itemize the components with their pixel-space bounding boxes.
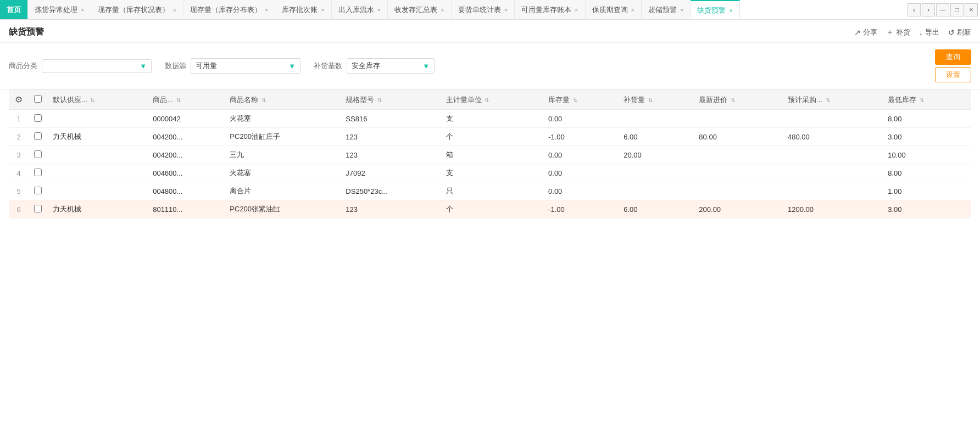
th-min-stock-sort-icon[interactable]: ⇅ [920,97,924,103]
tab-abnormal[interactable]: 拣货异常处理× [28,0,91,19]
filter-group-replenish: 补货基数 安全库存 ▼ [314,58,435,74]
row-checkbox-1[interactable] [34,114,42,122]
row-min-stock-3: 10.00 [882,146,971,164]
row-checkbox-4[interactable] [34,169,42,176]
tab-close-abnormal[interactable]: × [81,7,84,13]
tab-available[interactable]: 可用量库存账本× [515,0,585,19]
tab-close-shortage[interactable]: × [729,7,732,14]
tab-close-demand[interactable]: × [504,7,508,13]
select-all-checkbox[interactable] [34,95,42,103]
row-unit-5: 只 [441,182,543,200]
th-unit-sort-icon[interactable]: ⇅ [485,97,489,103]
row-product-code-1: 0000042 [147,110,224,128]
tab-close-inout[interactable]: × [377,7,381,13]
th-unit: 主计量单位 ⇅ [441,90,543,110]
tab-stock-dist[interactable]: 现存量（库存分布表）× [183,0,275,19]
tab-shortage[interactable]: 缺货预警× [691,0,739,19]
filter-area: 商品分类 ▼ 数据源 可用量 ▼ 补货基数 安全库存 ▼ 查询 设置 [0,43,980,89]
tab-label-inout: 出入库流水 [338,5,374,15]
row-replenish-6: 6.00 [618,200,693,218]
row-checkbox-6[interactable] [34,205,42,212]
tab-close-expiry[interactable]: × [631,7,634,13]
th-spec-sort-icon[interactable]: ⇅ [377,97,382,103]
tab-close-receive[interactable]: × [441,7,444,13]
data-table: ⚙ 默认供应... ⇅ 商品... ⇅ 商品名称 ⇅ [9,89,971,218]
row-stock-6: -1.00 [543,200,618,218]
th-checkbox [29,90,47,110]
tab-minimize[interactable]: ─ [936,3,949,16]
tab-receive[interactable]: 收发存汇总表× [388,0,451,19]
table-row: 1 0000042 火花塞 SS816 支 0.00 8.00 [9,110,971,128]
th-est-purchase-label: 预计采购... [788,96,822,104]
table-body: 1 0000042 火花塞 SS816 支 0.00 8.00 2 力天机械 0… [9,110,971,218]
tab-close-overstock[interactable]: × [680,7,683,13]
tab-bar: 首页拣货异常处理×现存量（库存状况表）×现存量（库存分布表）×库存批次账×出入库… [0,0,980,20]
row-latest-price-1 [693,110,782,128]
category-select[interactable]: ▼ [42,59,152,73]
export-icon: ↓ [919,28,923,37]
row-num-2: 2 [9,128,29,146]
tab-close-batch[interactable]: × [321,7,324,13]
th-product-code-label: 商品... [153,96,173,104]
export-action[interactable]: ↓ 导出 [919,27,939,37]
th-latest-price: 最新进价 ⇅ [693,90,782,110]
th-supplier-label: 默认供应... [53,96,87,104]
row-num-4: 4 [9,164,29,182]
tab-close-stock-dist[interactable]: × [265,7,268,13]
th-product-name-label: 商品名称 [230,96,258,104]
tab-scroll-left[interactable]: ‹ [907,3,921,16]
th-min-stock-label: 最低库存 [888,96,916,104]
row-checkbox-5[interactable] [34,187,42,194]
table-container: ⚙ 默认供应... ⇅ 商品... ⇅ 商品名称 ⇅ [0,89,980,218]
th-product-name-sort-icon[interactable]: ⇅ [261,97,266,103]
tab-maximize[interactable]: □ [950,3,964,16]
row-latest-price-2: 80.00 [693,128,782,146]
share-label: 分享 [863,27,877,37]
share-action[interactable]: ↗ 分享 [854,27,877,37]
th-stock-label: 库存量 [548,96,570,104]
row-checkbox-2[interactable] [34,132,42,140]
tab-label-demand: 要货单统计表 [458,5,501,15]
tab-overstock[interactable]: 超储预警× [642,0,691,19]
tab-scroll-right[interactable]: › [922,3,935,16]
replenish-arrow-icon: ▼ [422,62,430,70]
tab-inout[interactable]: 出入库流水× [332,0,388,19]
th-product-code: 商品... ⇅ [147,90,224,110]
replenish-action[interactable]: ＋ 补货 [886,27,910,37]
row-unit-2: 个 [441,128,543,146]
gear-icon[interactable]: ⚙ [15,95,23,104]
th-supplier-sort-icon[interactable]: ⇅ [90,97,94,103]
tab-label-overstock: 超储预警 [648,5,677,15]
tab-home[interactable]: 首页 [0,0,28,19]
th-product-code-sort-icon[interactable]: ⇅ [176,97,181,103]
share-icon: ↗ [854,28,861,37]
settings-button[interactable]: 设置 [935,67,971,82]
tab-expiry[interactable]: 保质期查询× [586,0,642,19]
tab-batch[interactable]: 库存批次账× [275,0,331,19]
th-latest-price-sort-icon[interactable]: ⇅ [731,97,735,103]
th-stock: 库存量 ⇅ [543,90,618,110]
row-num-6: 6 [9,200,29,218]
row-checkbox-3[interactable] [34,150,42,158]
replenish-base-label: 补货基数 [314,61,342,71]
table-row: 6 力天机械 801110... PC200张紧油缸 123 个 -1.00 6… [9,200,971,218]
replenish-select[interactable]: 安全库存 ▼ [347,58,435,74]
datasource-select[interactable]: 可用量 ▼ [191,58,300,74]
tab-close-stock-status[interactable]: × [172,7,176,13]
row-latest-price-5 [693,182,782,200]
th-stock-sort-icon[interactable]: ⇅ [573,97,577,103]
row-est-purchase-5 [782,182,882,200]
row-min-stock-1: 8.00 [882,110,971,128]
filter-group-datasource: 数据源 可用量 ▼ [165,58,300,74]
th-replenish-sort-icon[interactable]: ⇅ [648,97,653,103]
th-est-purchase-sort-icon[interactable]: ⇅ [826,97,830,103]
tab-demand[interactable]: 要货单统计表× [452,0,515,19]
tab-close-available[interactable]: × [575,7,578,13]
row-supplier-2: 力天机械 [47,128,147,146]
row-stock-2: -1.00 [543,128,618,146]
tab-close-window[interactable]: × [965,3,978,16]
refresh-action[interactable]: ↺ 刷新 [948,27,971,37]
row-stock-3: 0.00 [543,146,618,164]
query-button[interactable]: 查询 [935,49,971,65]
tab-stock-status[interactable]: 现存量（库存状况表）× [91,0,183,19]
